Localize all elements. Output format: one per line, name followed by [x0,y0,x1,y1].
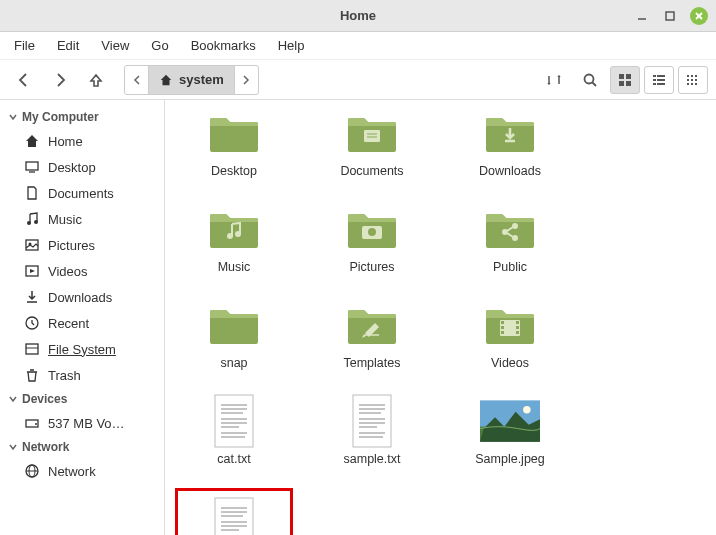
svg-rect-18 [695,75,697,77]
svg-rect-10 [653,75,656,77]
text-file-icon [342,396,402,446]
svg-rect-15 [657,83,665,85]
item-label: cat.txt [217,452,250,466]
sidebar-item-label: Videos [48,264,88,279]
sidebar-section-label: Network [22,440,69,454]
svg-rect-16 [687,75,689,77]
folder-item[interactable]: Public [451,200,569,278]
icon-view-button[interactable] [610,66,640,94]
svg-rect-7 [626,74,631,79]
svg-rect-11 [657,75,665,77]
menu-view[interactable]: View [91,34,139,57]
sidebar-item[interactable]: Trash [0,362,164,388]
file-item[interactable]: test.txt [175,488,293,535]
sidebar: My ComputerHomeDesktopDocumentsMusicPict… [0,100,165,535]
sidebar-item[interactable]: Network [0,458,164,484]
toolbar: system [0,60,716,100]
menu-bookmarks[interactable]: Bookmarks [181,34,266,57]
menu-file[interactable]: File [4,34,45,57]
sidebar-item[interactable]: Music [0,206,164,232]
svg-rect-57 [501,331,504,334]
svg-rect-20 [691,79,693,81]
sidebar-item[interactable]: Videos [0,258,164,284]
item-label: Sample.jpeg [475,452,545,466]
folder-icon [204,204,264,254]
svg-rect-21 [695,79,697,81]
file-icon [24,185,40,201]
menu-go[interactable]: Go [141,34,178,57]
folder-icon [204,108,264,158]
folder-item[interactable]: Pictures [313,200,431,278]
filesystem-icon [24,341,40,357]
compact-view-button[interactable] [678,66,708,94]
svg-rect-6 [619,74,624,79]
svg-rect-61 [215,395,253,447]
svg-point-45 [235,231,241,237]
minimize-button[interactable] [634,8,650,24]
window-controls [634,7,708,25]
svg-point-4 [585,74,594,83]
path-segment[interactable]: system [149,66,234,94]
svg-rect-12 [653,79,656,81]
folder-icon [480,300,540,350]
sidebar-item-label: Downloads [48,290,112,305]
folder-item[interactable]: Videos [451,296,569,374]
sidebar-item[interactable]: Desktop [0,154,164,180]
maximize-button[interactable] [662,8,678,24]
svg-rect-25 [26,162,38,170]
item-label: Desktop [211,164,257,178]
forward-button[interactable] [44,64,76,96]
svg-rect-9 [626,81,631,86]
sidebar-item-label: Network [48,464,96,479]
chevron-down-icon [8,394,18,404]
sidebar-item[interactable]: Documents [0,180,164,206]
content-area[interactable]: DesktopDocumentsDownloadsMusicPicturesPu… [165,100,716,535]
svg-rect-41 [364,130,380,142]
sidebar-item[interactable]: Home [0,128,164,154]
file-item[interactable]: cat.txt [175,392,293,470]
item-label: Downloads [479,164,541,178]
sidebar-section-header[interactable]: My Computer [0,106,164,128]
sidebar-item[interactable]: Pictures [0,232,164,258]
file-grid: DesktopDocumentsDownloadsMusicPicturesPu… [175,104,706,535]
item-label: Videos [491,356,529,370]
folder-item[interactable]: Documents [313,104,431,182]
folder-item[interactable]: Templates [313,296,431,374]
item-label: Music [218,260,251,274]
up-button[interactable] [80,64,112,96]
svg-rect-34 [26,344,38,354]
sidebar-item[interactable]: 537 MB Vo… [0,410,164,436]
svg-rect-19 [687,79,689,81]
folder-item[interactable]: Desktop [175,104,293,182]
sidebar-section-header[interactable]: Devices [0,388,164,410]
svg-rect-13 [657,79,665,81]
list-view-button[interactable] [644,66,674,94]
svg-rect-22 [687,83,689,85]
sidebar-item[interactable]: Downloads [0,284,164,310]
menu-edit[interactable]: Edit [47,34,89,57]
menu-help[interactable]: Help [268,34,315,57]
text-file-icon [204,499,264,535]
close-button[interactable] [690,7,708,25]
sidebar-item-label: Home [48,134,83,149]
file-item[interactable]: sample.txt [313,392,431,470]
path-prev-button[interactable] [125,66,149,94]
sidebar-item-label: Music [48,212,82,227]
sidebar-item[interactable]: File System [0,336,164,362]
sidebar-item[interactable]: Recent [0,310,164,336]
folder-item[interactable]: Downloads [451,104,569,182]
svg-rect-58 [516,321,519,324]
sidebar-item-label: Desktop [48,160,96,175]
search-button[interactable] [574,64,606,96]
folder-icon [342,300,402,350]
svg-rect-23 [691,83,693,85]
file-item[interactable]: Sample.jpeg [451,392,569,470]
folder-item[interactable]: Music [175,200,293,278]
folder-item[interactable]: snap [175,296,293,374]
back-button[interactable] [8,64,40,96]
sidebar-item-label: 537 MB Vo… [48,416,125,431]
sidebar-section-header[interactable]: Network [0,436,164,458]
toggle-location-button[interactable] [538,64,570,96]
path-next-button[interactable] [234,66,258,94]
svg-rect-8 [619,81,624,86]
